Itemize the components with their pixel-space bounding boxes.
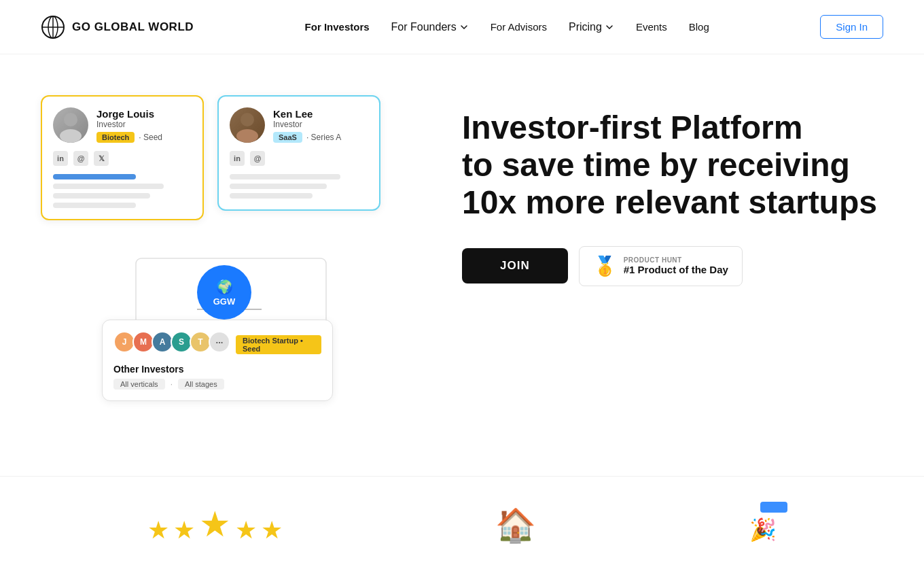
bottom-section: ★ ★ ★ ★ ★ 🏠 🎉 bbox=[0, 476, 924, 558]
ken-tag: SaaS bbox=[273, 132, 302, 143]
star-4: ★ bbox=[235, 516, 257, 545]
chevron-down-icon bbox=[459, 22, 469, 32]
avatar-ken bbox=[230, 107, 265, 143]
ken-name: Ken Lee bbox=[273, 108, 341, 120]
nav-blog[interactable]: Blog bbox=[689, 21, 709, 33]
linkedin-icon-ken: in bbox=[230, 151, 245, 166]
star-5: ★ bbox=[261, 516, 283, 545]
card-line-4 bbox=[53, 203, 136, 208]
other-investors-title: Other Investors bbox=[113, 364, 321, 375]
navbar: GO GLOBAL WORLD For Investors For Founde… bbox=[0, 0, 924, 54]
product-hunt-badge: 🥇 PRODUCT HUNT #1 Product of the Day bbox=[579, 246, 743, 286]
card-line-2 bbox=[53, 184, 164, 189]
jorge-stage: · Seed bbox=[139, 133, 162, 142]
other-investors-tags: All verticals · All stages bbox=[113, 379, 321, 390]
hero-right: Investor-first Platform to save time by … bbox=[421, 95, 883, 286]
logo-text: GO GLOBAL WORLD bbox=[72, 20, 194, 34]
card-ken: Ken Lee Investor SaaS · Series A in @ bbox=[217, 95, 380, 211]
nav-for-advisors[interactable]: For Advisors bbox=[491, 21, 547, 33]
celebration-icon: 🎉 bbox=[749, 507, 777, 545]
ph-title: #1 Product of the Day bbox=[624, 264, 728, 275]
star-1: ★ bbox=[147, 516, 169, 545]
star-2: ★ bbox=[173, 516, 195, 545]
chevron-down-icon-pricing bbox=[605, 22, 614, 32]
ph-label: PRODUCT HUNT bbox=[624, 256, 728, 264]
svg-point-4 bbox=[64, 113, 77, 126]
avatar-jorge bbox=[53, 107, 88, 143]
card-other-investors: J M A S T ··· Biotech Startup • Seed Oth… bbox=[102, 320, 333, 401]
cta-row: JOIN 🥇 PRODUCT HUNT #1 Product of the Da… bbox=[462, 246, 883, 286]
ph-text: PRODUCT HUNT #1 Product of the Day bbox=[624, 256, 728, 275]
ken-social-icons: in @ bbox=[230, 151, 368, 166]
startup-tag: Biotech Startup • Seed bbox=[236, 335, 321, 354]
linkedin-icon: in bbox=[53, 151, 68, 166]
signin-button[interactable]: Sign In bbox=[820, 15, 883, 39]
email-icon-ken: @ bbox=[250, 151, 265, 166]
ken-role: Investor bbox=[273, 120, 341, 129]
dot-separator: · bbox=[171, 379, 173, 389]
card-jorge: Jorge Louis Investor Biotech · Seed in @… bbox=[41, 95, 204, 220]
ken-line-3 bbox=[230, 193, 313, 199]
verticals-tag: All verticals bbox=[113, 379, 165, 390]
star-3: ★ bbox=[199, 504, 231, 545]
nav-for-investors[interactable]: For Investors bbox=[305, 21, 370, 33]
avatar-more: ··· bbox=[209, 331, 230, 353]
logo[interactable]: GO GLOBAL WORLD bbox=[41, 15, 194, 39]
ken-line-2 bbox=[230, 184, 327, 189]
twitter-icon: 𝕏 bbox=[94, 151, 109, 166]
join-button[interactable]: JOIN bbox=[462, 248, 568, 284]
email-icon: @ bbox=[73, 151, 88, 166]
svg-point-6 bbox=[241, 113, 254, 126]
hero-section: Jorge Louis Investor Biotech · Seed in @… bbox=[0, 54, 924, 476]
nav-pricing[interactable]: Pricing bbox=[569, 21, 614, 33]
logo-icon bbox=[41, 15, 65, 39]
other-investors-avatars: J M A S T ··· bbox=[113, 331, 230, 353]
nav-links: For Investors For Founders For Advisors … bbox=[305, 21, 709, 33]
card-line-1 bbox=[53, 174, 136, 179]
ken-stage: · Series A bbox=[306, 133, 341, 142]
svg-point-5 bbox=[60, 129, 82, 143]
jorge-role: Investor bbox=[96, 120, 162, 129]
medal-icon: 🥇 bbox=[593, 255, 617, 277]
card-line-3 bbox=[53, 193, 150, 199]
hero-illustration: Jorge Louis Investor Biotech · Seed in @… bbox=[41, 95, 421, 449]
ggw-circle: 🌍 GGW bbox=[197, 265, 251, 320]
jorge-social-icons: in @ 𝕏 bbox=[53, 151, 192, 166]
hero-heading: Investor-first Platform to save time by … bbox=[462, 109, 883, 222]
stages-tag: All stages bbox=[178, 379, 224, 390]
jorge-tag: Biotech bbox=[96, 132, 135, 143]
ken-card-lines bbox=[230, 174, 368, 199]
nav-for-founders[interactable]: For Founders bbox=[391, 21, 469, 33]
jorge-card-lines bbox=[53, 174, 192, 208]
nav-events[interactable]: Events bbox=[636, 21, 667, 33]
jorge-name: Jorge Louis bbox=[96, 108, 162, 120]
stars-area: ★ ★ ★ ★ ★ bbox=[147, 504, 283, 545]
ken-line-1 bbox=[230, 174, 340, 179]
globe-icon: 🌍 bbox=[216, 279, 233, 295]
svg-point-7 bbox=[236, 129, 258, 143]
house-icon: 🏠 bbox=[495, 506, 536, 545]
